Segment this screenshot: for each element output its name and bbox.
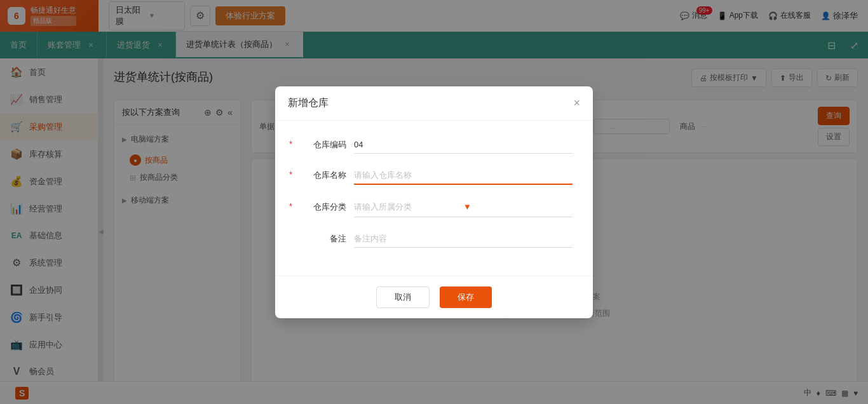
form-item-name: 仓库名称 <box>295 166 573 185</box>
name-input[interactable] <box>354 166 573 185</box>
form-item-remark: 备注 <box>295 230 573 248</box>
add-warehouse-dialog: 新增仓库 × 仓库编码 仓库名称 仓库分类 请输入所属分类 ▼ <box>275 86 593 318</box>
dialog-close-button[interactable]: × <box>573 97 580 110</box>
dialog-footer: 取消 保存 <box>275 276 593 318</box>
category-label: 仓库分类 <box>295 201 346 213</box>
category-placeholder: 请输入所属分类 <box>354 201 463 213</box>
cancel-button[interactable]: 取消 <box>376 286 430 308</box>
dialog-header: 新增仓库 × <box>275 86 593 121</box>
code-input[interactable] <box>354 136 573 154</box>
code-label: 仓库编码 <box>295 139 346 151</box>
dialog-title: 新增仓库 <box>288 97 329 110</box>
remark-input[interactable] <box>354 230 573 248</box>
remark-label: 备注 <box>295 233 346 245</box>
form-item-code: 仓库编码 <box>295 136 573 154</box>
modal-overlay: 新增仓库 × 仓库编码 仓库名称 仓库分类 请输入所属分类 ▼ <box>0 0 868 404</box>
form-item-category: 仓库分类 请输入所属分类 ▼ <box>295 198 573 217</box>
dialog-body: 仓库编码 仓库名称 仓库分类 请输入所属分类 ▼ 备注 <box>275 121 593 276</box>
category-select[interactable]: 请输入所属分类 ▼ <box>354 198 573 217</box>
category-dropdown-arrow: ▼ <box>463 202 573 212</box>
save-button[interactable]: 保存 <box>440 286 492 308</box>
name-label: 仓库名称 <box>295 170 346 181</box>
